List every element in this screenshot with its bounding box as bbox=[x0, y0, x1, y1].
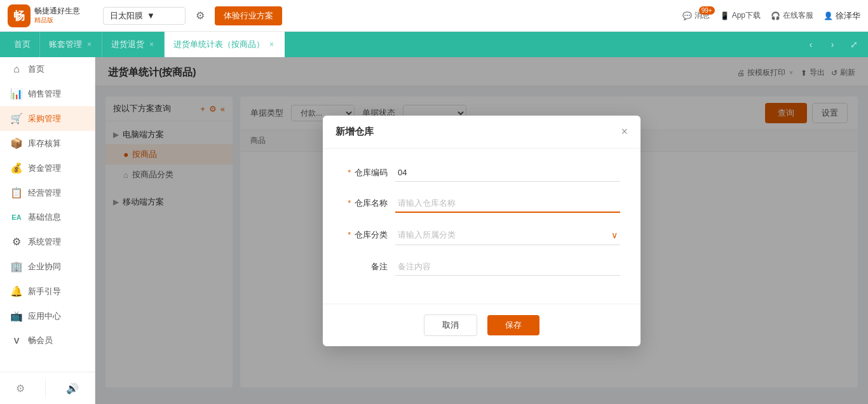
app-download-label: App下载 bbox=[732, 10, 761, 21]
form-row-name: * 仓库名称 bbox=[343, 194, 620, 213]
notification-badge: 99+ bbox=[699, 6, 715, 15]
sidebar-item-enterprise-label: 企业协同 bbox=[28, 261, 61, 273]
top-right-actions: 💬 消息 99+ 📱 App下载 🎧 在线客服 👤 徐泽华 bbox=[682, 10, 860, 22]
sidebar-item-home[interactable]: ⌂ 首页 bbox=[0, 57, 95, 81]
content-area: 进货单统计(按商品) 🖨 按模板打印 ▼ ⬆ 导出 ↺ 刷新 bbox=[95, 57, 868, 404]
enterprise-icon: 🏢 bbox=[10, 260, 23, 273]
home-icon: ⌂ bbox=[10, 64, 23, 75]
top-bar: 畅 畅捷通好生意 精品版 日太阳膜 ▼ ⚙ 体验行业方案 💬 消息 99+ 📱 … bbox=[0, 0, 868, 32]
sidebar-item-newbie-label: 新手引导 bbox=[28, 286, 61, 297]
headset-icon: 🎧 bbox=[771, 11, 780, 20]
form-row-category: * 仓库分类 请输入所属分类 ∨ bbox=[343, 226, 620, 245]
sidebar-item-member-label: 畅会员 bbox=[28, 335, 53, 346]
tab-scroll-right-button[interactable]: › bbox=[824, 36, 841, 53]
tab-purchase-stats-label: 进货单统计表（按商品） bbox=[173, 39, 264, 50]
user-name: 徐泽华 bbox=[836, 10, 860, 22]
store-name: 日太阳膜 bbox=[110, 10, 143, 22]
sidebar-bottom: ⚙ 🔊 bbox=[0, 372, 95, 404]
user-icon: 👤 bbox=[824, 11, 833, 20]
sidebar-item-system[interactable]: ⚙ 系统管理 bbox=[0, 229, 95, 254]
new-warehouse-modal: 新增仓库 × * 仓库编码 * bbox=[323, 116, 641, 346]
sidebar-item-enterprise[interactable]: 🏢 企业协同 bbox=[0, 254, 95, 279]
sidebar-item-apps-label: 应用中心 bbox=[28, 311, 61, 322]
category-label: * 仓库分类 bbox=[343, 229, 388, 241]
modal-footer: 取消 保存 bbox=[323, 304, 641, 346]
code-input[interactable] bbox=[395, 164, 620, 182]
form-row-code: * 仓库编码 bbox=[343, 164, 620, 182]
sidebar-item-inventory[interactable]: 📦 库存核算 bbox=[0, 131, 95, 156]
tab-purchase-stats[interactable]: 进货单统计表（按商品） × bbox=[165, 32, 285, 57]
form-row-note: 备注 bbox=[343, 258, 620, 276]
sidebar-item-operations[interactable]: 📋 经营管理 bbox=[0, 180, 95, 205]
sales-icon: 📊 bbox=[10, 88, 23, 100]
user-profile-button[interactable]: 👤 徐泽华 bbox=[824, 10, 860, 22]
tab-accounts-label: 账套管理 bbox=[49, 39, 82, 50]
inventory-icon: 📦 bbox=[10, 137, 23, 149]
name-input[interactable] bbox=[395, 194, 620, 213]
sidebar-item-operations-label: 经营管理 bbox=[28, 187, 61, 199]
basic-icon: EA bbox=[10, 213, 23, 221]
customer-service-button[interactable]: 🎧 在线客服 bbox=[771, 10, 813, 21]
settings-button[interactable]: ⚙ bbox=[189, 5, 211, 27]
sidebar-item-purchase[interactable]: 🛒 采购管理 bbox=[0, 106, 95, 131]
system-icon: ⚙ bbox=[10, 236, 23, 248]
code-required-star: * bbox=[348, 168, 351, 177]
logo-sub: 精品版 bbox=[34, 16, 80, 25]
sidebar-item-finance-label: 资金管理 bbox=[28, 163, 61, 174]
sidebar-item-sales[interactable]: 📊 销售管理 bbox=[0, 81, 95, 106]
sidebar-settings-icon[interactable]: ⚙ bbox=[16, 382, 25, 394]
sidebar-item-finance[interactable]: 💰 资金管理 bbox=[0, 156, 95, 180]
category-placeholder: 请输入所属分类 bbox=[398, 229, 611, 241]
sidebar-item-inventory-label: 库存核算 bbox=[28, 138, 61, 149]
operations-icon: 📋 bbox=[10, 187, 23, 199]
modal-header: 新增仓库 × bbox=[323, 116, 641, 149]
tab-scroll-left-button[interactable]: ‹ bbox=[802, 36, 820, 53]
sidebar-item-apps[interactable]: 📺 应用中心 bbox=[0, 304, 95, 328]
modal-body: * 仓库编码 * 仓库名称 bbox=[323, 149, 641, 304]
cancel-button[interactable]: 取消 bbox=[424, 314, 477, 336]
logo-area: 畅 畅捷通好生意 精品版 bbox=[8, 4, 103, 27]
tab-bar: 首页 账套管理 × 进货退货 × 进货单统计表（按商品） × ‹ › ⤢ bbox=[0, 32, 868, 57]
sidebar-item-system-label: 系统管理 bbox=[28, 236, 61, 248]
modal-close-button[interactable]: × bbox=[621, 126, 628, 137]
trial-button[interactable]: 体验行业方案 bbox=[215, 6, 282, 25]
member-icon: V bbox=[10, 336, 23, 346]
note-input[interactable] bbox=[395, 258, 620, 276]
tab-accounts[interactable]: 账套管理 × bbox=[40, 32, 102, 57]
tab-right-controls: ‹ › ⤢ bbox=[802, 36, 863, 53]
tab-home[interactable]: 首页 bbox=[5, 32, 40, 57]
category-required-star: * bbox=[348, 230, 351, 239]
sidebar-item-home-label: 首页 bbox=[28, 64, 44, 75]
name-required-star: * bbox=[348, 198, 351, 208]
newbie-icon: 🔔 bbox=[10, 285, 23, 297]
store-selector[interactable]: 日太阳膜 ▼ bbox=[103, 7, 186, 25]
chevron-down-icon: ▼ bbox=[147, 11, 155, 20]
save-button[interactable]: 保存 bbox=[487, 315, 539, 335]
logo-text: 畅捷通好生意 bbox=[34, 6, 80, 17]
tab-home-label: 首页 bbox=[14, 39, 31, 50]
messages-button[interactable]: 💬 消息 99+ bbox=[682, 10, 710, 21]
sidebar-item-member[interactable]: V 畅会员 bbox=[0, 328, 95, 353]
message-icon: 💬 bbox=[682, 11, 692, 20]
sidebar-item-newbie[interactable]: 🔔 新手引导 bbox=[0, 279, 95, 304]
modal-overlay[interactable]: 新增仓库 × * 仓库编码 * bbox=[95, 57, 868, 404]
sidebar: ⌂ 首页 📊 销售管理 🛒 采购管理 📦 库存核算 💰 资金管理 📋 经营管理 … bbox=[0, 57, 95, 404]
tab-purchase-return[interactable]: 进货退货 × bbox=[102, 32, 165, 57]
tab-purchase-return-close-icon[interactable]: × bbox=[148, 40, 155, 49]
tab-accounts-close-icon[interactable]: × bbox=[86, 40, 93, 49]
note-label: 备注 bbox=[343, 261, 388, 273]
sidebar-item-sales-label: 销售管理 bbox=[28, 88, 61, 100]
category-select[interactable]: 请输入所属分类 ∨ bbox=[395, 226, 620, 245]
sidebar-item-basic[interactable]: EA 基础信息 bbox=[0, 205, 95, 229]
logo-icon: 畅 bbox=[8, 4, 31, 27]
sidebar-speaker-icon[interactable]: 🔊 bbox=[66, 382, 79, 394]
sidebar-item-basic-label: 基础信息 bbox=[28, 212, 61, 223]
purchase-icon: 🛒 bbox=[10, 112, 23, 125]
sidebar-item-purchase-label: 采购管理 bbox=[28, 113, 61, 125]
tab-purchase-return-label: 进货退货 bbox=[111, 39, 144, 50]
tab-expand-button[interactable]: ⤢ bbox=[845, 36, 863, 53]
customer-service-label: 在线客服 bbox=[783, 10, 813, 21]
app-download-button[interactable]: 📱 App下载 bbox=[720, 10, 761, 21]
tab-purchase-stats-close-icon[interactable]: × bbox=[268, 40, 275, 49]
finance-icon: 💰 bbox=[10, 162, 23, 174]
